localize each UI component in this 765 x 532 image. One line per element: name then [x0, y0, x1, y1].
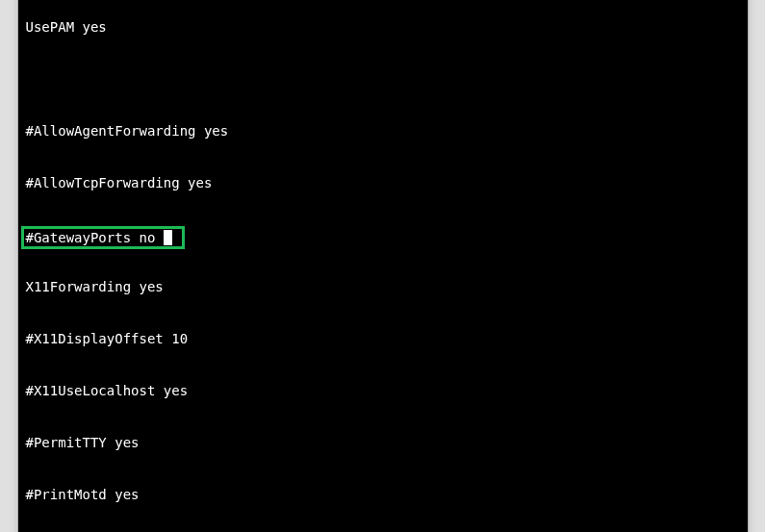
editor-body[interactable]: # If you just want the PAM account and s… — [18, 0, 748, 532]
editor-line — [26, 70, 740, 88]
cursor — [164, 230, 172, 245]
editor-line: #AllowTcpForwarding yes — [26, 174, 740, 191]
editor-line: X11Forwarding yes — [26, 278, 740, 295]
editor-line-highlighted: #GatewayPorts no — [26, 226, 740, 243]
editor-line: #PermitTTY yes — [26, 434, 740, 451]
editor-line: #PrintMotd yes — [26, 486, 740, 503]
editor-line: UsePAM yes — [26, 18, 740, 36]
terminal-area[interactable]: GNU nano 2.3.1 File: /etc/ssh/sshd_confi… — [18, 0, 748, 532]
terminal-window: shovon@server1:~ – □ ✕ File Edit View Se… — [17, 0, 749, 532]
editor-line: #AllowAgentForwarding yes — [26, 122, 740, 139]
editor-line: #X11DisplayOffset 10 — [26, 330, 740, 347]
editor-line: #X11UseLocalhost yes — [26, 382, 740, 399]
highlight-box: #GatewayPorts no — [21, 226, 186, 249]
